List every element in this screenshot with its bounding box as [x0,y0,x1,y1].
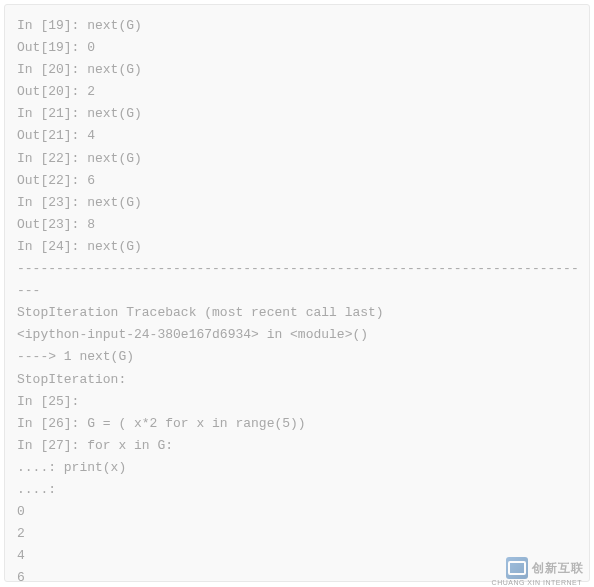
watermark-subtext: CHUANG XIN INTERNET [492,577,582,587]
code-line: Out[19]: 0 [17,37,577,59]
code-line: StopIteration Traceback (most recent cal… [17,302,577,324]
watermark-logo-icon [506,557,528,579]
code-line: In [26]: G = ( x*2 for x in range(5)) [17,413,577,435]
code-line: Out[22]: 6 [17,170,577,192]
watermark-text: 创新互联 [532,558,584,578]
code-line: In [21]: next(G) [17,103,577,125]
code-line: ----> 1 next(G) [17,346,577,368]
code-line: ----------------------------------------… [17,258,577,280]
code-block: In [19]: next(G) Out[19]: 0 In [20]: nex… [4,4,590,582]
code-line: Out[21]: 4 [17,125,577,147]
code-line: Out[20]: 2 [17,81,577,103]
code-line: In [20]: next(G) [17,59,577,81]
code-line: --- [17,280,577,302]
code-line: 4 [17,545,577,567]
code-line: StopIteration: [17,369,577,391]
code-line: In [24]: next(G) [17,236,577,258]
code-line: 0 [17,501,577,523]
code-line: ....: [17,479,577,501]
code-line: In [22]: next(G) [17,148,577,170]
code-line: In [27]: for x in G: [17,435,577,457]
code-line: <ipython-input-24-380e167d6934> in <modu… [17,324,577,346]
code-line: 2 [17,523,577,545]
code-line: In [23]: next(G) [17,192,577,214]
code-line: In [25]: [17,391,577,413]
watermark: 创新互联 [506,557,584,579]
code-line: Out[23]: 8 [17,214,577,236]
code-line: In [19]: next(G) [17,15,577,37]
code-line: ....: print(x) [17,457,577,479]
